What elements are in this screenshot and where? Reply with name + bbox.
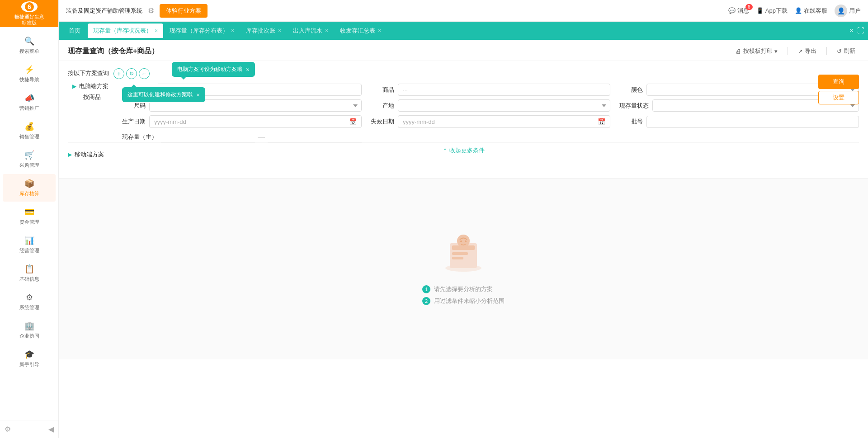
prod-date-calendar-icon[interactable]: 📅 (349, 118, 357, 125)
logo-icon: 6 (21, 1, 38, 12)
qty-min-input[interactable] (161, 132, 255, 142)
sidebar-item-sales[interactable]: 💰 销售管理 (3, 117, 56, 145)
batch-no-input[interactable] (646, 116, 859, 128)
tabs-right: × ⛶ (849, 27, 864, 35)
print-icon: 🖨 (736, 48, 741, 55)
svg-text:6: 6 (28, 3, 31, 10)
origin-label: 产地 (371, 102, 394, 110)
empty-illustration (436, 230, 491, 285)
tooltip2-close[interactable]: × (196, 91, 200, 99)
hint-text-1: 请先选择要分析的方案 (434, 285, 493, 293)
tab-close-all-icon[interactable]: × (849, 27, 854, 35)
trial-btn[interactable]: 体验行业方案 (160, 4, 208, 18)
prod-date-input[interactable]: yyyy-mm-dd 📅 (149, 115, 362, 128)
service-icon: 👤 (795, 7, 802, 14)
tab-receipt-summary[interactable]: 收发存汇总表 × (335, 24, 387, 38)
sidebar-item-base-info[interactable]: 📋 基础信息 (3, 259, 56, 287)
filter-section: 按以下方案查询 + ↻ ← 电脑方案可设为移动方案哦 × ▶ 电脑端方案 (59, 61, 868, 179)
sidebar-item-purchase[interactable]: 🛒 采购管理 (3, 146, 56, 173)
tab-home[interactable]: 首页 (62, 24, 87, 38)
sidebar-item-sys-manage[interactable]: ⚙ 系统管理 (3, 288, 56, 316)
sidebar: 6 畅捷通好生意 标准版 🔍 搜索菜单 ⚡ 快捷导航 📣 营销推广 💰 销售管理… (0, 0, 59, 438)
qty-max-input[interactable] (268, 132, 362, 142)
tooltip1-text: 电脑方案可设为移动方案哦 (177, 66, 242, 73)
empty-hints: 1 请先选择要分析的方案 2 用过滤条件来缩小分析范围 (422, 285, 505, 309)
tab-inventory-dist[interactable]: 现存量（库存分布表） × (164, 24, 240, 38)
tab-batch-account-close[interactable]: × (278, 28, 281, 34)
back-scheme-icon[interactable]: ← (139, 68, 150, 79)
svg-point-9 (465, 240, 467, 242)
sidebar-item-operations[interactable]: 📊 经营管理 (3, 231, 56, 259)
sidebar-item-marketing[interactable]: 📣 营销推广 (3, 89, 56, 116)
action-divider2 (826, 47, 827, 55)
tabs-bar: 首页 现存量（库存状况表） × 现存量（库存分布表） × 库存批次账 × 出入库… (59, 22, 868, 40)
tab-in-out-flow[interactable]: 出入库流水 × (288, 24, 334, 38)
tab-inventory-dist-label: 现存量（库存分布表） (170, 27, 228, 35)
query-btn[interactable]: 查询 (818, 75, 859, 89)
collapse-icon: ⌃ (443, 147, 448, 154)
sidebar-item-search-menu[interactable]: 🔍 搜索菜单 (3, 32, 56, 59)
message-item[interactable]: 💬 消息 6 (728, 7, 749, 15)
tab-inventory-status-close[interactable]: × (155, 28, 158, 34)
online-service-item[interactable]: 👤 在线客服 (795, 7, 827, 15)
svg-rect-6 (452, 257, 463, 259)
sys-manage-icon: ⚙ (26, 292, 33, 302)
tab-batch-account[interactable]: 库存批次账 × (241, 24, 287, 38)
expiry-date-calendar-icon[interactable]: 📅 (598, 118, 605, 125)
print-dropdown-icon: ▾ (774, 48, 778, 55)
goods-input[interactable]: ··· (398, 84, 610, 96)
tab-receipt-summary-close[interactable]: × (378, 28, 381, 34)
goods-label: 商品 (371, 86, 394, 94)
refresh-btn[interactable]: ↺ 刷新 (833, 45, 859, 57)
topbar: 装备及固定资产辅助管理系统 ⚙ 体验行业方案 💬 消息 6 📱 App下载 👤 … (59, 0, 868, 22)
sidebar-item-inventory[interactable]: 📦 库存核算 (3, 174, 56, 202)
filter-qty-row: 现存量（主） — (122, 132, 362, 142)
expiry-date-label: 失效日期 (371, 118, 394, 126)
export-btn[interactable]: ↗ 导出 (794, 45, 820, 57)
desktop-expand-icon: ▶ (72, 83, 76, 89)
tab-in-out-flow-close[interactable]: × (325, 28, 328, 34)
origin-select[interactable] (398, 99, 610, 112)
export-icon: ↗ (798, 48, 803, 55)
quick-nav-icon: ⚡ (24, 65, 34, 75)
tooltip1-close[interactable]: × (246, 66, 250, 73)
svg-point-8 (460, 240, 462, 242)
tooltip-scheme: 电脑方案可设为移动方案哦 × (172, 62, 255, 77)
user-item[interactable]: 👤 用户 (835, 5, 861, 17)
hint-text-2: 用过滤条件来缩小分析范围 (434, 297, 505, 305)
operations-label: 经营管理 (19, 247, 39, 254)
sidebar-item-quick-nav[interactable]: ⚡ 快捷导航 (3, 60, 56, 88)
enterprise-label: 企业协同 (19, 333, 39, 339)
mobile-expand-icon: ▶ (68, 151, 72, 158)
purchase-label: 采购管理 (19, 162, 39, 169)
collapse-sidebar-icon[interactable]: ◀ (48, 425, 54, 433)
size-label: 尺码 (122, 102, 146, 110)
scheme-mobile[interactable]: ▶ 移动端方案 (68, 149, 149, 160)
sidebar-item-tutorial[interactable]: 🎓 新手引导 (3, 345, 56, 372)
finance-icon: 💳 (24, 207, 34, 217)
search-menu-icon: 🔍 (24, 36, 34, 46)
system-name: 装备及固定资产辅助管理系统 (66, 7, 142, 15)
set-btn[interactable]: 设置 (818, 91, 859, 104)
collapse-bar[interactable]: ⌃ 收起更多条件 (68, 142, 859, 158)
expiry-date-input[interactable]: yyyy-mm-dd 📅 (398, 115, 610, 128)
refresh-scheme-icon[interactable]: ↻ (126, 68, 137, 79)
topbar-settings-icon[interactable]: ⚙ (148, 6, 154, 15)
inventory-label: 库存核算 (19, 190, 39, 197)
app-logo: 6 畅捷通好生意 标准版 (0, 0, 58, 27)
sidebar-item-finance[interactable]: 💳 资金管理 (3, 203, 56, 230)
app-name: 畅捷通好生意 标准版 (14, 14, 44, 26)
tab-inventory-dist-close[interactable]: × (231, 28, 234, 34)
template-print-btn[interactable]: 🖨 按模板打印 ▾ (732, 45, 781, 57)
sidebar-item-enterprise[interactable]: 🏢 企业协同 (3, 316, 56, 344)
tab-inventory-status[interactable]: 现存量（库存状况表） × (88, 24, 163, 38)
refresh-icon: ↺ (837, 48, 842, 55)
add-scheme-icon[interactable]: + (113, 68, 124, 79)
tab-fullscreen-icon[interactable]: ⛶ (857, 27, 864, 35)
desktop-scheme-label: 电脑端方案 (79, 82, 108, 90)
qty-range: — (161, 132, 362, 142)
settings-icon[interactable]: ⚙ (5, 425, 11, 433)
svg-point-7 (457, 235, 470, 247)
filter-goods-row: 商品 ··· (371, 84, 610, 96)
app-download-item[interactable]: 📱 App下载 (756, 7, 788, 15)
